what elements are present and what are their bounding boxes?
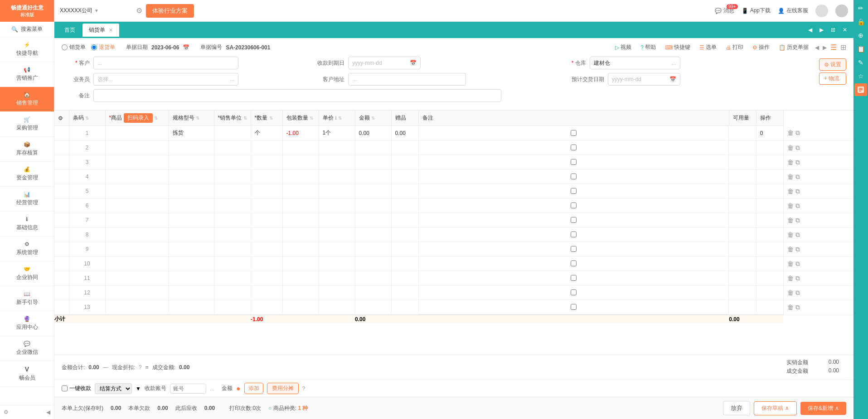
toolbar-print[interactable]: 🖨 打印	[723, 43, 746, 52]
delete-icon-9[interactable]: 🗑	[787, 260, 794, 268]
sidebar-item-inventory[interactable]: 📦 库存核算	[0, 137, 54, 162]
copy-icon-12[interactable]: ⧉	[795, 303, 800, 311]
cell-price-4[interactable]	[355, 184, 391, 198]
cell-qty-10[interactable]	[282, 271, 319, 285]
settings-btn[interactable]: ⚙ 设置	[819, 58, 846, 71]
delete-icon-12[interactable]: 🗑	[787, 303, 794, 311]
gift-checkbox-4[interactable]	[571, 188, 577, 194]
cell-product-9[interactable]	[169, 256, 214, 271]
radio-return-input[interactable]	[91, 44, 97, 50]
account-dots[interactable]: ...	[210, 385, 214, 392]
cell-price-10[interactable]	[355, 271, 391, 285]
delete-icon-8[interactable]: 🗑	[787, 246, 794, 253]
cell-price-11[interactable]	[355, 285, 391, 300]
copy-icon-2[interactable]: ⧉	[795, 159, 800, 166]
tab-home[interactable]: 首页	[58, 24, 82, 37]
cell-spec-9[interactable]	[214, 256, 251, 271]
cell-gift-11[interactable]	[419, 285, 729, 300]
cell-pkg-10[interactable]	[319, 271, 355, 285]
cell-pkg-3[interactable]	[319, 169, 355, 184]
cell-remark-1[interactable]	[729, 140, 756, 155]
cell-amount-12[interactable]	[391, 300, 418, 315]
copy-icon-4[interactable]: ⧉	[795, 188, 800, 195]
customer-input[interactable]: ...	[93, 57, 238, 69]
copy-icon-5[interactable]: ⧉	[795, 202, 800, 210]
company-selector[interactable]: XXXXXX公司 ▼	[60, 7, 132, 14]
discount-info-icon[interactable]: ?	[139, 364, 142, 371]
cell-barcode-11[interactable]	[105, 285, 169, 300]
cell-barcode-12[interactable]	[105, 300, 169, 315]
sidebar-item-search[interactable]: 🔍 搜索菜单	[0, 22, 54, 37]
rp-copy[interactable]: 📋	[854, 43, 867, 55]
rp-orange[interactable]	[854, 83, 867, 96]
cell-spec-10[interactable]	[214, 271, 251, 285]
sidebar-item-sales[interactable]: 🏠 销售管理	[0, 87, 54, 112]
radio-sale-input[interactable]	[62, 44, 68, 50]
cell-spec-2[interactable]	[214, 155, 251, 169]
cell-spec-12[interactable]	[214, 300, 251, 315]
user-avatar[interactable]	[815, 5, 828, 17]
cell-product-5[interactable]	[169, 198, 214, 213]
cell-qty-1[interactable]	[282, 140, 319, 155]
expected-date-input[interactable]: yyyy-mm-dd 📅	[608, 73, 680, 86]
cell-price-6[interactable]	[355, 213, 391, 227]
prev-record-icon[interactable]: ◀	[815, 44, 819, 51]
cell-remark-4[interactable]	[729, 184, 756, 198]
gift-checkbox-3[interactable]	[571, 173, 577, 179]
cell-amount-6[interactable]	[391, 213, 418, 227]
cell-unit-7[interactable]	[251, 227, 282, 242]
cell-qty-4[interactable]	[282, 184, 319, 198]
cell-unit-5[interactable]	[251, 198, 282, 213]
toolbar-help[interactable]: ? 帮助	[638, 43, 659, 52]
gift-checkbox-5[interactable]	[571, 202, 577, 208]
cell-spec-4[interactable]	[214, 184, 251, 198]
save-new-btn[interactable]: 保存&新增 ∧	[800, 402, 846, 415]
tab-nav-next[interactable]: ▶	[817, 26, 826, 34]
toolbar-select[interactable]: ☰ 选单	[697, 43, 719, 52]
cell-unit-3[interactable]	[251, 169, 282, 184]
cell-spec-5[interactable]	[214, 198, 251, 213]
cell-barcode-10[interactable]	[105, 271, 169, 285]
sidebar-item-marketing[interactable]: 📢 营销推广	[0, 62, 54, 87]
sidebar-item-finance[interactable]: 💰 资金管理	[0, 162, 54, 187]
cell-gift-3[interactable]	[419, 169, 729, 184]
cell-qty-8[interactable]	[282, 242, 319, 256]
toolbar-history[interactable]: 📋 历史单据	[776, 43, 811, 52]
cell-price-2[interactable]	[355, 155, 391, 169]
copy-icon-8[interactable]: ⧉	[795, 246, 800, 253]
fenyong-btn[interactable]: 费用分摊	[267, 383, 299, 394]
scan-btn[interactable]: 扫码录入	[124, 113, 153, 123]
cell-remark-6[interactable]	[729, 213, 756, 227]
gift-checkbox-2[interactable]	[571, 159, 577, 165]
cell-pkg-2[interactable]	[319, 155, 355, 169]
cell-price-8[interactable]	[355, 242, 391, 256]
delete-icon-0[interactable]: 🗑	[787, 129, 794, 137]
cell-spec-6[interactable]	[214, 213, 251, 227]
cell-barcode-3[interactable]	[105, 169, 169, 184]
cell-pkg-8[interactable]	[319, 242, 355, 256]
cell-product-3[interactable]	[169, 169, 214, 184]
cell-product-7[interactable]	[169, 227, 214, 242]
cell-gift-10[interactable]	[419, 271, 729, 285]
cell-qty-6[interactable]	[282, 213, 319, 227]
sidebar-item-system[interactable]: ⚙ 系统管理	[0, 236, 54, 261]
toolbar-shortcut[interactable]: ⌨ 快捷键	[662, 43, 693, 52]
cell-gift-2[interactable]	[419, 155, 729, 169]
cell-gift-7[interactable]	[419, 227, 729, 242]
tab-close-icon[interactable]: ✕	[109, 27, 113, 33]
cell-qty-0[interactable]: -1.00	[282, 126, 319, 141]
cell-unit-6[interactable]	[251, 213, 282, 227]
delete-icon-2[interactable]: 🗑	[787, 159, 794, 166]
cell-amount-7[interactable]	[391, 227, 418, 242]
cell-gift-5[interactable]	[419, 198, 729, 213]
cell-amount-9[interactable]	[391, 256, 418, 271]
cell-remark-7[interactable]	[729, 227, 756, 242]
cell-qty-3[interactable]	[282, 169, 319, 184]
cell-remark-5[interactable]	[729, 198, 756, 213]
cell-barcode-7[interactable]	[105, 227, 169, 242]
copy-icon-10[interactable]: ⧉	[795, 275, 800, 282]
cell-gift-9[interactable]	[419, 256, 729, 271]
sidebar-item-apps[interactable]: 🔮 应用中心	[0, 311, 54, 336]
cell-unit-9[interactable]	[251, 256, 282, 271]
cell-price-5[interactable]	[355, 198, 391, 213]
